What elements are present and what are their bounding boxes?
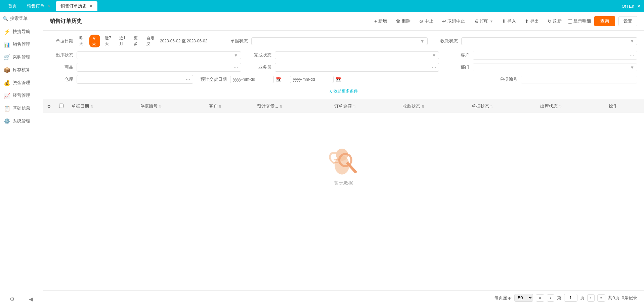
col-checkbox[interactable]: [55, 100, 68, 113]
warehouse-input[interactable]: ···: [77, 75, 193, 84]
cancel-stop-icon: ↩: [442, 18, 446, 24]
status-chevron-icon: ▼: [420, 39, 425, 44]
stop-button[interactable]: ⊘ 中止: [417, 17, 436, 26]
first-page-button[interactable]: «: [536, 294, 544, 302]
top-bar: 首页 销售订单 ✕ 销售订单历史 ✕ OfTEn ✕: [0, 0, 644, 12]
print-button[interactable]: 🖨 打印 ▼: [471, 17, 496, 26]
date-1month[interactable]: 近1月: [117, 35, 129, 47]
customer-input[interactable]: ···: [473, 51, 637, 60]
sidebar-collapse-icon[interactable]: ◀: [29, 296, 33, 302]
out-status-label: 出库状态: [50, 52, 77, 58]
product-input[interactable]: ···: [77, 63, 241, 72]
query-button[interactable]: 查询: [594, 16, 615, 26]
product-field[interactable]: [80, 65, 232, 70]
calendar-to-icon[interactable]: 📅: [336, 77, 341, 82]
warehouse-filter-label: 仓库: [50, 76, 77, 82]
last-page-button[interactable]: »: [597, 294, 606, 302]
col-expected-delivery[interactable]: 预计交货... ⇅: [253, 100, 330, 113]
delete-icon: 🗑: [396, 18, 400, 24]
col-order-no[interactable]: 单据编号 ⇅: [136, 100, 205, 113]
col-customer[interactable]: 客户 ⇅: [205, 100, 253, 113]
dept-select[interactable]: ▼: [473, 64, 637, 71]
col-out-status[interactable]: 出库状态 ⇅: [536, 100, 605, 113]
warehouse-dots-icon[interactable]: ···: [186, 76, 190, 82]
refresh-button[interactable]: ↻ 刷新: [545, 17, 564, 26]
receipt-status-chevron-icon: ▼: [630, 39, 634, 44]
sidebar-settings-icon[interactable]: ⚙: [10, 296, 14, 302]
order-no-input[interactable]: [521, 76, 637, 83]
warehouse-field[interactable]: [80, 77, 184, 82]
add-button[interactable]: + 新增: [372, 17, 390, 26]
date-yesterday[interactable]: 昨天: [77, 35, 87, 47]
sidebar-search[interactable]: 🔍 搜索菜单: [0, 12, 43, 25]
product-dots-icon[interactable]: ···: [233, 64, 238, 70]
pagination: 每页显示 10 20 50 100 « ‹ 第 页 › » 共0页, 0条记录: [43, 290, 644, 305]
col-receipt-status[interactable]: 收款状态 ⇅: [399, 100, 467, 113]
calendar-from-icon[interactable]: 📅: [276, 77, 282, 82]
col-customer-sort-icon: ⇅: [219, 105, 221, 108]
top-bar-close[interactable]: ✕: [637, 4, 641, 9]
col-settings[interactable]: ⚙: [43, 100, 55, 113]
date-7days[interactable]: 近7天: [102, 35, 115, 47]
export-icon: ⬆: [525, 18, 529, 24]
date-more[interactable]: 更多: [131, 35, 142, 47]
tab-close-sales-order[interactable]: ✕: [47, 4, 50, 8]
export-button[interactable]: ⬆ 导出: [522, 17, 542, 26]
show-detail-label[interactable]: 显示明细: [568, 18, 591, 24]
show-detail-checkbox[interactable]: [568, 19, 572, 24]
sidebar-item-operation[interactable]: 📈 经营管理: [0, 89, 43, 102]
col-amount[interactable]: 订单金额 ⇅: [330, 100, 399, 113]
content-area: 销售订单历史 + 新增 🗑 删除 ⊘ 中止 ↩ 取消中止: [43, 12, 644, 305]
cancel-stop-button[interactable]: ↩ 取消中止: [439, 17, 468, 26]
sidebar-item-sales-mgmt[interactable]: 📊 销售管理: [0, 38, 43, 51]
receipt-status-select[interactable]: ▼: [461, 37, 638, 45]
tab-close-sales-history[interactable]: ✕: [89, 4, 93, 8]
tab-sales-order[interactable]: 销售订单 ✕: [22, 1, 55, 11]
col-order-no-sort-icon: ⇅: [159, 105, 162, 108]
salesperson-dots-icon[interactable]: ···: [432, 64, 436, 70]
dept-chevron-icon: ▼: [630, 65, 634, 70]
customer-dots-icon[interactable]: ···: [630, 52, 634, 58]
date-custom[interactable]: 自定义: [144, 35, 157, 47]
expected-date-to[interactable]: [290, 76, 334, 83]
prev-page-button[interactable]: ‹: [547, 294, 554, 302]
sidebar-item-finance[interactable]: 💰 资金管理: [0, 76, 43, 89]
complete-status-chevron-icon: ▼: [432, 53, 436, 58]
page-number-input[interactable]: [564, 294, 577, 302]
top-bar-right: OfTEn ✕: [621, 4, 641, 9]
date-filter-label: 单据日期: [50, 38, 77, 44]
data-table: ⚙ 单据日期 ⇅ 单据编号 ⇅ 客户 ⇅: [43, 100, 644, 213]
date-today[interactable]: 今天: [89, 35, 100, 47]
sidebar-item-inventory[interactable]: 📦 库存核算: [0, 64, 43, 76]
complete-status-select[interactable]: ▼: [275, 51, 439, 59]
order-no-field[interactable]: [524, 77, 634, 82]
salesperson-input[interactable]: ···: [275, 63, 439, 72]
per-page-select[interactable]: 10 20 50 100: [514, 294, 533, 302]
order-no-filter-label: 单据编号: [494, 76, 521, 82]
status-filter-label: 单据状态: [224, 38, 251, 44]
setting-button[interactable]: 设置: [618, 16, 637, 26]
col-order-status[interactable]: 单据状态 ⇅: [468, 100, 536, 113]
import-button[interactable]: ⬇ 导入: [499, 17, 519, 26]
filter-area: 单据日期 昨天 今天 近7天 近1月 更多 自定义 2023-06-02 至 2…: [43, 31, 644, 100]
delete-button[interactable]: 🗑 删除: [393, 17, 413, 26]
sidebar-item-purchase-mgmt[interactable]: 🛒 采购管理: [0, 51, 43, 64]
next-page-button[interactable]: ›: [587, 294, 595, 302]
product-filter-label: 商品: [50, 64, 77, 70]
customer-field[interactable]: [476, 53, 628, 58]
sidebar-item-system-mgmt[interactable]: ⚙️ 系统管理: [0, 115, 43, 127]
sidebar-item-basic-info[interactable]: 📋 基础信息: [0, 102, 43, 115]
tab-home[interactable]: 首页: [3, 1, 22, 11]
expected-date-from[interactable]: [230, 76, 274, 83]
out-status-select[interactable]: ▼: [77, 51, 241, 59]
col-date[interactable]: 单据日期 ⇅: [68, 100, 136, 113]
tab-sales-history[interactable]: 销售订单历史 ✕: [56, 1, 97, 11]
print-icon: 🖨: [474, 18, 478, 24]
select-all-checkbox[interactable]: [59, 104, 63, 108]
salesperson-field[interactable]: [278, 65, 430, 70]
sidebar-item-quick-nav[interactable]: ⚡ 快捷导航: [0, 25, 43, 38]
sidebar-bottom: ⚙ ◀: [0, 293, 43, 305]
receipt-status-label: 收款状态: [434, 38, 461, 44]
status-select[interactable]: ▼: [251, 37, 428, 45]
collapse-more-btn[interactable]: ∧ 收起更多条件: [50, 87, 637, 96]
